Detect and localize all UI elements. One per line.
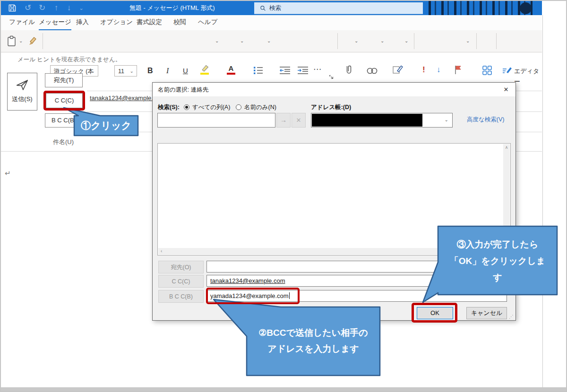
cancel-button[interactable]: キャンセル — [466, 307, 507, 319]
tab-file[interactable]: ファイル — [9, 15, 35, 29]
decrease-indent-icon[interactable] — [279, 66, 291, 75]
link-dropdown-icon[interactable]: ⌄ — [380, 38, 384, 43]
format-painter-icon[interactable] — [27, 36, 38, 46]
paragraph-return-mark: ↵ — [5, 169, 11, 178]
save-icon[interactable] — [8, 3, 17, 13]
search-icon — [260, 5, 266, 11]
ribbon-tab-row: ファイル メッセージ 挿入 オプション 書式設定 校閲 ヘルプ — [1, 15, 542, 30]
chevron-down-icon: ⌄ — [445, 117, 448, 122]
callout-step3-text: ③入力が完了したら 「OK」をクリックしま す — [438, 236, 557, 286]
resize-grip[interactable]: ⋰ — [509, 314, 514, 319]
radio-name-only[interactable] — [236, 104, 241, 110]
underline-button[interactable]: U — [183, 66, 188, 76]
editor-button[interactable]: エディター — [514, 66, 542, 87]
callout-step2-line2: アドレスを入力します — [247, 341, 380, 357]
attach-dropdown-icon[interactable]: ⌄ — [354, 38, 358, 43]
tab-review[interactable]: 校閲 — [173, 15, 186, 29]
font-color-dropdown-icon[interactable]: ⌄ — [240, 38, 244, 43]
move-up-icon[interactable]: ↑ — [51, 1, 62, 15]
send-button[interactable]: 送信(S) — [7, 73, 37, 111]
tab-message[interactable]: メッセージ — [39, 15, 71, 31]
annotation-cc-button-highlight — [43, 91, 85, 111]
vertical-scrollbar[interactable]: ∧ — [503, 144, 510, 248]
paste-icon[interactable] — [7, 35, 17, 47]
dialog-search-label: 検索(S): — [158, 103, 180, 111]
redacted-address-book — [312, 114, 422, 127]
radio-name-only-label[interactable]: 名前のみ(N) — [244, 103, 276, 111]
link-icon[interactable] — [366, 67, 379, 75]
dialog-cc-button[interactable]: C C(C) — [158, 275, 204, 288]
signature-dropdown-icon[interactable]: ⌄ — [404, 38, 408, 43]
bold-button[interactable]: B — [147, 66, 153, 76]
annotation-ok-button-highlight — [412, 303, 457, 323]
qat-customize-icon[interactable]: ⌄ — [76, 1, 87, 15]
radio-all-columns-label[interactable]: すべての列(A) — [192, 103, 230, 111]
highlight-color-bar — [200, 73, 209, 75]
cc-recipient-link[interactable]: tanaka1234@example. — [90, 94, 153, 102]
tab-help[interactable]: ヘルプ — [198, 15, 217, 29]
dialog-launcher-icon[interactable] — [329, 75, 334, 79]
stop-search-button[interactable]: ✕ — [292, 113, 306, 128]
highlight-dropdown-icon[interactable]: ⌄ — [215, 38, 219, 43]
font-size-select[interactable]: 11⌄ — [114, 65, 137, 77]
callout-step3-line2: 「OK」をクリックしま — [438, 253, 557, 269]
dialog-search-input[interactable] — [157, 113, 275, 128]
tab-options[interactable]: オプション — [100, 15, 133, 29]
send-button-label: 送信(S) — [8, 95, 37, 103]
callout-step2-text: ②BCCで送信したい相手の アドレスを入力します — [247, 325, 380, 357]
screenshot-root: ↺ ↻ ↑ ↓ ⌄ 無題 - メッセージ (HTML 形式) 検索 ファイル メ… — [0, 0, 567, 392]
more-paragraph-options-icon[interactable]: ⋯ — [313, 64, 321, 75]
callout-step3-line3: す — [438, 269, 557, 286]
go-button[interactable]: → — [276, 113, 291, 128]
send-plane-icon — [8, 78, 37, 92]
window-title: 無題 - メッセージ (HTML 形式) — [129, 1, 215, 15]
to-button[interactable]: 宛先(T) — [45, 73, 83, 87]
scroll-left-icon[interactable]: ‹ — [161, 248, 162, 254]
dialog-title-bar: 名前の選択: 連絡先 ✕ — [153, 83, 515, 96]
callout-step1-text: ①クリック — [74, 116, 138, 136]
window-right-edge — [542, 15, 543, 388]
subject-label: 件名(U) — [53, 138, 74, 146]
bullet-dropdown-icon[interactable]: ⌄ — [267, 38, 271, 43]
annotation-bcc-field-highlight — [206, 288, 300, 304]
chevron-down-icon: ⌄ — [91, 66, 95, 77]
follow-up-flag-icon[interactable] — [454, 65, 463, 75]
italic-button[interactable]: I — [166, 66, 169, 76]
radio-all-columns[interactable] — [184, 104, 189, 110]
move-down-icon[interactable]: ↓ — [63, 1, 75, 15]
dialog-title: 名前の選択: 連絡先 — [158, 86, 208, 94]
address-book-select[interactable]: ⌄ — [311, 113, 453, 128]
bullet-list-icon[interactable] — [253, 66, 264, 75]
dialog-to-button[interactable]: 宛先(O) — [158, 261, 204, 273]
font-color-bar — [227, 73, 235, 75]
search-input[interactable]: 検索 — [254, 2, 423, 14]
screenshot-bottom-border — [1, 387, 566, 392]
low-importance-icon[interactable]: ↓ — [437, 65, 441, 75]
tab-format-text[interactable]: 書式設定 — [137, 15, 162, 29]
callout-step3-line1: ③入力が完了したら — [438, 236, 557, 253]
high-importance-icon[interactable]: ! — [422, 65, 425, 75]
editor-icon[interactable] — [502, 66, 512, 75]
mailtips-text: メール ヒントを現在表示できません。 — [17, 56, 121, 64]
dialog-bcc-button[interactable]: B C C(B) — [158, 290, 204, 303]
signature-icon[interactable] — [392, 64, 404, 76]
redo-icon[interactable]: ↻ — [36, 1, 48, 15]
redacted-account-area — [424, 1, 542, 15]
apps-icon[interactable] — [482, 65, 492, 76]
undo-icon[interactable]: ↺ — [22, 1, 34, 15]
paste-dropdown-icon[interactable]: ⌄ — [19, 38, 23, 43]
scroll-up-icon[interactable]: ∧ — [503, 144, 510, 151]
tab-insert[interactable]: 挿入 — [76, 15, 89, 29]
attach-file-icon[interactable] — [344, 64, 353, 76]
ribbon-toolbar: ⌄ 游ゴシック (本文(⌄ 11⌄ B I U ⌄ A ⌄ ⌄ — [1, 30, 542, 52]
search-placeholder: 検索 — [269, 4, 281, 12]
highlight-color-icon[interactable] — [199, 64, 211, 73]
flag-dropdown-icon[interactable]: ⌄ — [466, 38, 470, 43]
callout-step2-line1: ②BCCで送信したい相手の — [247, 325, 380, 341]
font-color-icon[interactable]: A — [227, 64, 235, 72]
increase-indent-icon[interactable] — [297, 66, 309, 75]
address-book-label: アドレス帳:(D) — [311, 103, 351, 111]
close-icon[interactable]: ✕ — [501, 85, 511, 94]
chevron-down-icon: ⌄ — [130, 66, 134, 77]
advanced-search-link[interactable]: 高度な検索(V) — [467, 116, 504, 124]
